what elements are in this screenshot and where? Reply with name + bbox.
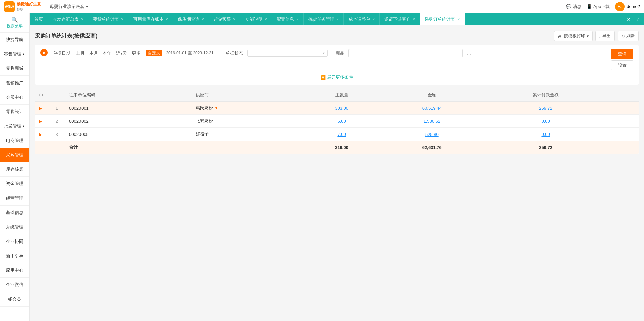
paid-link[interactable]: 0.00 bbox=[541, 119, 550, 124]
shortcut-last-month[interactable]: 上月 bbox=[74, 50, 86, 57]
tab-invitedown[interactable]: 邀请下游客户 × bbox=[380, 13, 420, 25]
tab-requisition[interactable]: 要货单统计表 × bbox=[88, 13, 128, 25]
sidebar-item-newguide[interactable]: 新手引导 bbox=[0, 249, 29, 263]
quantity-link[interactable]: 7.00 bbox=[337, 132, 346, 137]
tab-close-config[interactable]: × bbox=[296, 17, 299, 22]
tab-close-funcdesc[interactable]: × bbox=[265, 17, 267, 22]
sidebar-item-operations[interactable]: 经营管理 bbox=[0, 191, 29, 206]
footer-quantity: 316.00 bbox=[302, 141, 381, 154]
refresh-btn[interactable]: ↻ 刷新 bbox=[618, 31, 639, 41]
sidebar-retail-label: 零售管理 bbox=[4, 51, 21, 57]
th-extra bbox=[609, 89, 639, 102]
row-supplier: 好孩子 bbox=[192, 128, 303, 141]
paid-link[interactable]: 259.72 bbox=[539, 106, 552, 111]
sidebar-item-inventory[interactable]: 库存核算 bbox=[0, 162, 29, 177]
tab-close-requisition[interactable]: × bbox=[121, 17, 123, 22]
quantity-link[interactable]: 303.00 bbox=[335, 106, 348, 111]
tab-close-costadj[interactable]: × bbox=[372, 17, 375, 22]
tab-close-collection[interactable]: × bbox=[81, 17, 83, 22]
footer-supplier bbox=[192, 141, 303, 154]
sidebar-item-marketing[interactable]: 营销推广 bbox=[0, 76, 29, 90]
paid-link[interactable]: 0.00 bbox=[541, 132, 550, 137]
tab-home[interactable]: 首页 bbox=[30, 13, 48, 25]
tab-close-expiry[interactable]: × bbox=[202, 17, 204, 22]
amount-link[interactable]: 525.80 bbox=[425, 132, 439, 137]
print-btn[interactable]: 🖨 按模板打印 ▾ bbox=[554, 31, 593, 41]
tab-expiry[interactable]: 保质期查询 × bbox=[173, 13, 209, 25]
footer-extra bbox=[609, 141, 639, 154]
sidebar-item-quicknav[interactable]: 快捷导航 bbox=[0, 33, 29, 47]
sidebar-item-member[interactable]: 会员中心 bbox=[0, 90, 29, 105]
export-icon: ↓ bbox=[599, 34, 601, 39]
shortcut-7days[interactable]: 近7天 bbox=[115, 50, 128, 57]
column-settings-icon[interactable]: ⚙ bbox=[39, 92, 43, 98]
sidebar-item-system[interactable]: 系统管理 bbox=[0, 220, 29, 234]
row-supplier: 飞鹤奶粉 bbox=[192, 115, 303, 128]
shortcut-this-month[interactable]: 本月 bbox=[88, 50, 99, 57]
tab-config[interactable]: 配置信息 × bbox=[272, 13, 304, 25]
tab-overstock[interactable]: 超储预警 × bbox=[209, 13, 240, 25]
user-menu[interactable]: Ea demo2 bbox=[615, 2, 640, 11]
query-btn[interactable]: 查询 bbox=[611, 49, 633, 59]
tab-collection[interactable]: 收发存汇总表 × bbox=[48, 13, 88, 25]
tab-available[interactable]: 可用量库存账本 × bbox=[128, 13, 173, 25]
amount-link[interactable]: 60,519.44 bbox=[422, 106, 442, 111]
tab-close-all-btn[interactable]: ✕ bbox=[625, 16, 632, 23]
quantity-link[interactable]: 6.00 bbox=[337, 119, 346, 124]
sidebar-item-retail-shop[interactable]: 零售商城 bbox=[0, 61, 29, 76]
th-amount: 金额 bbox=[381, 89, 483, 102]
tab-close-available[interactable]: × bbox=[166, 17, 168, 22]
expand-conditions-btn[interactable]: 🔽 展开更多条件 bbox=[320, 74, 353, 81]
shortcut-more[interactable]: 更多 bbox=[130, 50, 142, 57]
sidebar-item-wechat[interactable]: 企业微信 bbox=[0, 278, 29, 292]
tab-purchase-stat[interactable]: 采购订单统计表 × bbox=[420, 13, 465, 25]
app-download-btn[interactable]: 📱 App下载 bbox=[587, 4, 610, 10]
row-amount: 1,586.52 bbox=[381, 115, 483, 128]
sidebar-item-ecommerce[interactable]: 电商管理 bbox=[0, 133, 29, 148]
sidebar-item-basic[interactable]: 基础信息 bbox=[0, 206, 29, 220]
tab-maximize-btn[interactable]: ⤢ bbox=[635, 16, 641, 23]
sidebar-item-enterprise[interactable]: 企业协同 bbox=[0, 234, 29, 249]
filter-toggle-btn[interactable]: ▶ bbox=[40, 49, 48, 56]
goods-input[interactable] bbox=[348, 49, 463, 57]
settings-btn[interactable]: 设置 bbox=[611, 60, 633, 70]
user-name: demo2 bbox=[627, 4, 640, 9]
status-select[interactable]: ▾ bbox=[247, 50, 328, 57]
date-range-display: 2016-01-01 至 2023-12-31 bbox=[166, 50, 213, 56]
tab-close-purchase-stat[interactable]: × bbox=[457, 17, 460, 22]
shortcut-this-year[interactable]: 本年 bbox=[101, 50, 113, 57]
row-expand-icon[interactable]: ▶ bbox=[39, 119, 42, 124]
filter-row1: 单据日期 上月 本月 本年 近7天 更多 自定义 2016-01-01 至 20… bbox=[53, 49, 606, 57]
sidebar-item-vip[interactable]: 畅会员 bbox=[0, 292, 29, 307]
th-code: 往来单位编码 bbox=[65, 89, 192, 102]
export-btn[interactable]: ↓ 导出 bbox=[595, 31, 615, 41]
table-footer-row: 合计 316.00 62,631.76 259.72 bbox=[35, 141, 639, 154]
row-extra bbox=[609, 115, 639, 128]
sidebar-item-retail[interactable]: 零售管理 ▲ bbox=[0, 47, 29, 61]
sidebar-item-wholesale[interactable]: 批发管理 ▲ bbox=[0, 119, 29, 133]
page-header: 采购订单统计表(按供应商) 🖨 按模板打印 ▾ ↓ 导出 ↻ 刷新 bbox=[35, 31, 639, 41]
tab-funcdesc[interactable]: 功能说明 × bbox=[240, 13, 272, 25]
footer-amount: 62,631.76 bbox=[381, 141, 483, 154]
sidebar-item-purchase[interactable]: 采购管理 bbox=[0, 148, 29, 162]
tab-picktask[interactable]: 拣货任务管理 × bbox=[304, 13, 344, 25]
sidebar-item-retail-stat[interactable]: 零售统计 bbox=[0, 105, 29, 119]
row-expand-icon[interactable]: ▶ bbox=[39, 106, 42, 111]
date-custom-badge[interactable]: 自定义 bbox=[146, 50, 162, 56]
sidebar-item-appcenter[interactable]: 应用中心 bbox=[0, 263, 29, 278]
table-body: ▶ 1 00020001 惠氏奶粉 ▾ 303.00 60,519.44 259… bbox=[35, 102, 639, 141]
tab-costadj[interactable]: 成本调整单 × bbox=[344, 13, 380, 25]
workspace-selector[interactable]: 母婴行业演示账套 ▾ bbox=[50, 4, 88, 10]
table-header-row: ⚙ 往来单位编码 供应商 主数量 金额 累计付款金额 bbox=[35, 89, 639, 102]
tab-close-picktask[interactable]: × bbox=[336, 17, 339, 22]
tab-close-overstock[interactable]: × bbox=[233, 17, 235, 22]
table-container: ⚙ 往来单位编码 供应商 主数量 金额 累计付款金额 ▶ bbox=[35, 89, 639, 154]
sidebar-item-capital[interactable]: 资金管理 bbox=[0, 177, 29, 191]
goods-more-icon[interactable]: … bbox=[467, 51, 471, 56]
tab-close-invitedown[interactable]: × bbox=[413, 17, 415, 22]
amount-link[interactable]: 1,586.52 bbox=[423, 119, 440, 124]
data-table: ⚙ 往来单位编码 供应商 主数量 金额 累计付款金额 ▶ bbox=[35, 89, 639, 154]
row-expand-icon[interactable]: ▶ bbox=[39, 132, 42, 137]
message-btn[interactable]: 💬 消息 bbox=[566, 4, 581, 10]
sidebar-item-search[interactable]: 🔍 搜索菜单 bbox=[0, 13, 29, 33]
